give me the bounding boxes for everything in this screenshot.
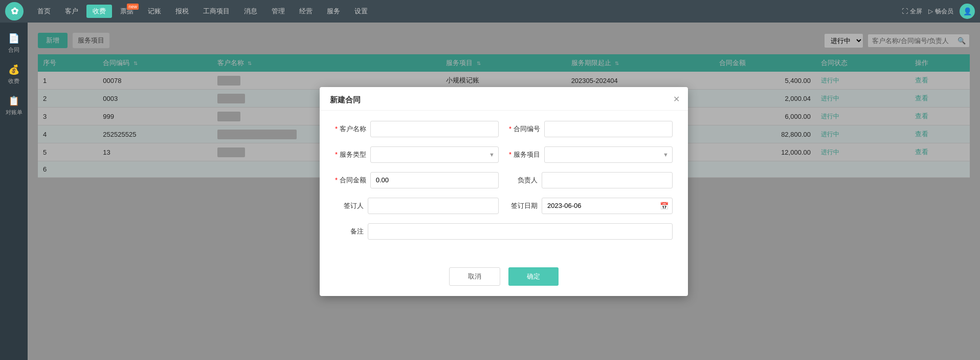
form-group-contract-no: 合同编号	[509, 121, 673, 137]
amount-label: 合同金额	[335, 176, 366, 185]
modal-overlay: 新建合同 ✕ 客户名称 合同编号 服务类型 ▼	[28, 23, 980, 360]
sign-date-input[interactable]	[542, 198, 673, 214]
contract-no-label: 合同编号	[509, 124, 540, 134]
nav-message[interactable]: 消息	[238, 5, 263, 18]
fullscreen-icon: ⛶	[902, 8, 908, 15]
nav-invoice[interactable]: 票据 new	[114, 5, 140, 18]
responsible-label: 负责人	[509, 176, 538, 185]
statement-icon: 📋	[8, 95, 19, 107]
nav-bookkeeping[interactable]: 记账	[142, 5, 167, 18]
service-type-wrap: ▼	[370, 146, 499, 163]
member-label: 畅会员	[935, 7, 953, 16]
service-item-select[interactable]	[544, 146, 673, 163]
sidebar-item-billing-label: 收费	[8, 77, 19, 85]
fullscreen-button[interactable]: ⛶ 全屏	[902, 7, 922, 16]
form-row-1: 客户名称 合同编号	[335, 121, 673, 137]
nav-operation[interactable]: 经营	[293, 5, 319, 18]
form-group-amount: 合同金额	[335, 172, 499, 188]
nav-items: 首页 客户 收费 票据 new 记账 报税 工商项目 消息 管理 经营 服务 设…	[31, 5, 902, 18]
modal-title: 新建合同	[320, 87, 688, 111]
fullscreen-label: 全屏	[910, 7, 922, 16]
service-item-label: 服务项目	[509, 150, 540, 159]
new-contract-modal: 新建合同 ✕ 客户名称 合同编号 服务类型 ▼	[320, 87, 688, 296]
form-group-service-type: 服务类型 ▼	[335, 146, 499, 163]
form-row-2: 服务类型 ▼ 服务项目 ▼	[335, 146, 673, 163]
signer-label: 签订人	[335, 201, 364, 210]
nav-manage[interactable]: 管理	[265, 5, 291, 18]
customer-name-input[interactable]	[370, 121, 499, 137]
confirm-button[interactable]: 确定	[508, 267, 559, 286]
remark-label: 备注	[335, 227, 364, 236]
sidebar-item-contract[interactable]: 📄 合同	[0, 28, 28, 59]
user-avatar[interactable]: 👤	[960, 4, 975, 19]
remark-input[interactable]	[368, 223, 673, 240]
sidebar: 📄 合同 💰 收费 📋 对账单	[0, 23, 28, 360]
service-item-wrap: ▼	[544, 146, 673, 163]
sidebar-item-statement[interactable]: 📋 对账单	[0, 90, 28, 121]
signer-input[interactable]	[368, 198, 499, 214]
service-type-select[interactable]	[370, 146, 499, 163]
customer-name-label: 客户名称	[335, 124, 366, 134]
nav-home[interactable]: 首页	[31, 5, 57, 18]
service-type-label: 服务类型	[335, 150, 366, 159]
contract-no-input[interactable]	[544, 121, 673, 137]
calendar-icon[interactable]: 📅	[660, 202, 669, 210]
modal-footer: 取消 确定	[320, 259, 688, 296]
form-group-signer: 签订人	[335, 198, 499, 214]
modal-body: 客户名称 合同编号 服务类型 ▼ 服务项目	[320, 111, 688, 259]
nav-service[interactable]: 服务	[321, 5, 346, 18]
nav-customer[interactable]: 客户	[59, 5, 84, 18]
member-button[interactable]: ▷ 畅会员	[928, 7, 953, 16]
form-group-sign-date: 签订日期 📅	[509, 198, 673, 214]
nav-business[interactable]: 工商项目	[197, 5, 236, 18]
right-tools: ⛶ 全屏 ▷ 畅会员 👤	[902, 4, 975, 19]
contract-icon: 📄	[8, 33, 19, 44]
modal-close-button[interactable]: ✕	[673, 94, 680, 104]
nav-tax[interactable]: 报税	[169, 5, 195, 18]
sidebar-item-billing[interactable]: 💰 收费	[0, 59, 28, 90]
nav-settings[interactable]: 设置	[348, 5, 374, 18]
sign-date-wrap: 📅	[542, 198, 673, 214]
responsible-input[interactable]	[542, 172, 673, 188]
form-group-service-item: 服务项目 ▼	[509, 146, 673, 163]
sidebar-item-statement-label: 对账单	[6, 109, 23, 116]
form-group-responsible: 负责人	[509, 172, 673, 188]
amount-input[interactable]	[370, 172, 499, 188]
form-row-3: 合同金额 负责人	[335, 172, 673, 188]
form-group-remark: 备注	[335, 223, 673, 240]
app-logo: ✿	[5, 2, 24, 20]
sidebar-item-contract-label: 合同	[8, 46, 19, 54]
form-group-customer: 客户名称	[335, 121, 499, 137]
cancel-button[interactable]: 取消	[449, 267, 500, 286]
play-icon: ▷	[928, 8, 933, 15]
top-nav: ✿ 首页 客户 收费 票据 new 记账 报税 工商项目 消息 管理 经营 服务…	[0, 0, 980, 23]
form-row-4: 签订人 签订日期 📅	[335, 198, 673, 214]
form-row-5: 备注	[335, 223, 673, 240]
billing-icon: 💰	[8, 64, 19, 75]
new-badge: new	[127, 4, 139, 10]
nav-billing[interactable]: 收费	[86, 5, 112, 18]
sign-date-label: 签订日期	[509, 201, 538, 210]
